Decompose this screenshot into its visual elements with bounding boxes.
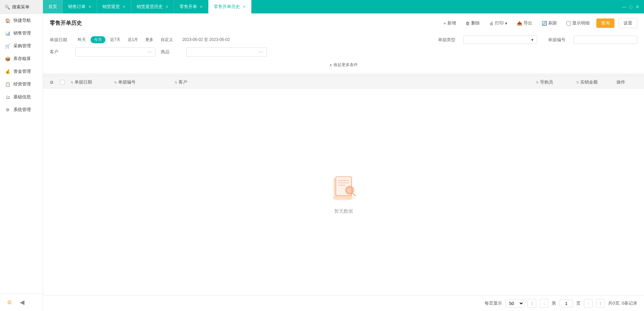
window-minimize[interactable]: — [622, 4, 626, 9]
goods-label: 商品 [161, 49, 181, 55]
date-opt-7days[interactable]: 近7天 [107, 36, 123, 43]
table-header: ⚙ ⇅ 单据日期 ⇅ 单据编号 ⇅ 客户 ⇅ 导购员 [43, 76, 644, 89]
next-page-btn[interactable]: › [584, 299, 593, 308]
display-detail-checkbox[interactable] [566, 21, 571, 25]
goods-ellipsis[interactable]: ··· [258, 49, 263, 55]
delete-button[interactable]: 🗑 删除 [463, 19, 483, 28]
tab-sales-order[interactable]: 销售订单 ✕ [63, 0, 97, 13]
date-opt-custom[interactable]: 自定义 [158, 36, 176, 43]
money-icon: 💰 [5, 68, 11, 74]
chart-icon: 📊 [5, 30, 11, 36]
doc-type-label: 单据类型 [438, 37, 458, 43]
doc-type-dropdown-icon: ▾ [531, 37, 534, 42]
date-opt-more[interactable]: 更多 [143, 36, 156, 43]
delete-label: 删除 [471, 20, 480, 26]
window-close[interactable]: ✕ [636, 4, 639, 9]
th-guide-label: 导购员 [540, 79, 553, 85]
add-button[interactable]: + 新增 [441, 19, 459, 28]
sidebar-item-base-info[interactable]: 🗂 基础信息 [0, 91, 43, 103]
last-page-btn[interactable]: ⟫ [596, 299, 605, 308]
tab-retail-history-close[interactable]: ✕ [243, 5, 246, 9]
collapse-label: 收起更多条件 [334, 62, 358, 68]
page-label: 第 [552, 300, 556, 306]
collapse-row[interactable]: ∧ 收起更多条件 [50, 60, 637, 70]
customer-ellipsis[interactable]: ··· [147, 49, 152, 55]
collapse-chevron-icon: ∧ [329, 63, 332, 67]
sidebar: 🔍 搜索采单 🏠 快捷导航 📊 销售管理 🛒 采购管理 📦 库存核算 💰 资金管… [0, 0, 43, 311]
sort-icon: ⇅ [114, 81, 117, 84]
sidebar-item-sales-mgmt[interactable]: 📊 销售管理 [0, 27, 43, 40]
tab-home[interactable]: 首页 [43, 0, 63, 13]
tab-retail-open-close[interactable]: ✕ [200, 5, 203, 9]
print-button[interactable]: 🖨 打印 ▾ [487, 19, 510, 28]
date-options: 昨天 今天 近7天 近1月 更多 自定义 [75, 36, 176, 43]
doc-number-input[interactable] [574, 36, 637, 44]
main-area: 首页 销售订单 ✕ 销货退货 ✕ 销货退货历史 ✕ 零售开单 ✕ 零售开单历史 … [43, 0, 644, 311]
tab-sales-return-close[interactable]: ✕ [122, 5, 126, 9]
prev-page-btn[interactable]: ‹ [540, 299, 548, 308]
tab-sales-order-close[interactable]: ✕ [88, 5, 91, 9]
table-select-all[interactable] [57, 80, 68, 85]
sidebar-item-inventory[interactable]: 📦 库存核算 [0, 52, 43, 65]
refresh-button[interactable]: 🔄 刷新 [539, 19, 560, 28]
collapse-sidebar-btn[interactable]: ◀ [17, 298, 27, 307]
page-size-label: 每页显示 [485, 300, 502, 306]
first-page-btn[interactable]: ⟪ [528, 299, 536, 308]
th-amount-label: 实销金额 [580, 79, 598, 85]
date-opt-yesterday[interactable]: 昨天 [75, 36, 89, 43]
sort-icon: ⇅ [175, 81, 177, 84]
th-number-label: 单据编号 [118, 79, 136, 85]
sort-icon: ⇅ [536, 81, 539, 84]
folder-icon: 🗂 [5, 94, 11, 100]
query-label: 查询 [601, 20, 610, 26]
settings-bottom-btn[interactable]: ⚙ [5, 298, 14, 307]
th-number[interactable]: ⇅ 单据编号 [111, 79, 172, 85]
select-all-checkbox[interactable] [60, 80, 65, 85]
customer-input[interactable] [79, 50, 146, 55]
display-detail-toggle[interactable]: 显示明细 [564, 19, 592, 28]
print-dropdown-icon: ▾ [505, 21, 507, 26]
page-number-input[interactable] [559, 300, 573, 307]
tab-retail-history-label: 零售开单历史 [214, 4, 240, 10]
page-size-select[interactable]: 50 10 20 100 [505, 299, 524, 308]
doc-type-select[interactable]: ▾ [463, 36, 537, 44]
sidebar-item-finance[interactable]: 💰 资金管理 [0, 65, 43, 78]
date-opt-today[interactable]: 今天 [91, 36, 105, 43]
tab-sales-return-history[interactable]: 销货退货历史 ✕ [131, 0, 174, 13]
tab-sales-return-history-close[interactable]: ✕ [165, 5, 168, 9]
sort-icon: ⇅ [70, 81, 73, 84]
tab-retail-history[interactable]: 零售开单历史 ✕ [208, 0, 251, 13]
date-opt-1month[interactable]: 近1月 [125, 36, 141, 43]
window-maximize[interactable]: □ [630, 4, 632, 9]
sidebar-search[interactable]: 🔍 搜索采单 [0, 0, 43, 14]
tab-sales-return[interactable]: 销货退货 ✕ [97, 0, 131, 13]
tab-sales-order-label: 销售订单 [68, 4, 86, 10]
th-amount[interactable]: ⇅ 实销金额 [574, 79, 614, 85]
date-range-display: 2023-06-02 至 2023-06-02 [182, 37, 230, 43]
display-detail-label: 显示明细 [572, 20, 590, 26]
sidebar-item-purchase-mgmt[interactable]: 🛒 采购管理 [0, 40, 43, 52]
content-area: 零售开单历史 + 新增 🗑 删除 🖨 打印 ▾ [43, 13, 644, 311]
table-settings-btn[interactable]: ⚙ [46, 80, 57, 85]
query-button[interactable]: 查询 [596, 18, 614, 28]
filter-row-2: 客户 ··· 商品 ··· [50, 47, 637, 57]
sidebar-item-quick-nav[interactable]: 🏠 快捷导航 [0, 14, 43, 27]
pagination: 每页显示 50 10 20 100 ⟪ ‹ 第 页 › ⟫ 共0页, 0条记录 [43, 295, 644, 311]
tab-retail-open[interactable]: 零售开单 ✕ [174, 0, 208, 13]
th-date[interactable]: ⇅ 单据日期 [68, 79, 111, 85]
th-customer[interactable]: ⇅ 客户 [172, 79, 533, 85]
goods-input[interactable] [190, 50, 257, 55]
sidebar-item-sys-mgmt[interactable]: ⚙ 系统管理 [0, 103, 43, 116]
sidebar-item-ops[interactable]: 📋 经营管理 [0, 78, 43, 91]
th-op-label: 操作 [616, 79, 625, 85]
settings-button[interactable]: 设置 [618, 18, 637, 28]
sidebar-item-label: 快捷导航 [13, 17, 31, 23]
export-button[interactable]: 📤 导出 [514, 19, 535, 28]
add-icon: + [443, 21, 446, 26]
th-guide[interactable]: ⇅ 导购员 [533, 79, 574, 85]
tab-sales-return-history-label: 销货退货历史 [137, 4, 163, 10]
sidebar-item-label: 资金管理 [13, 68, 31, 74]
sidebar-item-label: 经营管理 [13, 81, 31, 87]
refresh-icon: 🔄 [542, 21, 547, 26]
filter-row-1: 单据日期 昨天 今天 近7天 近1月 更多 自定义 2023-06-02 至 2… [50, 36, 637, 44]
